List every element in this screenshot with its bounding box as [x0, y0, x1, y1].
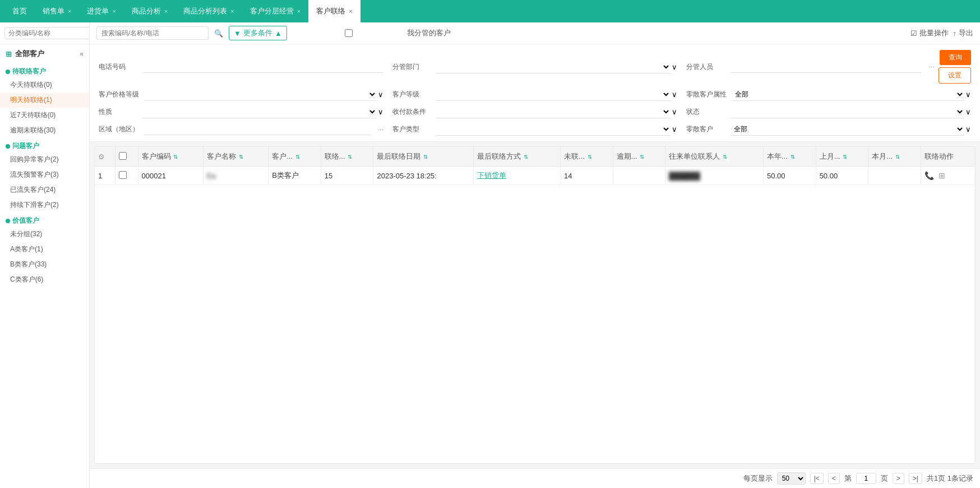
nav-close-icon[interactable]: ×: [164, 8, 168, 15]
filter-retail-customer-row: 零散客户 全部 ∨: [686, 123, 971, 136]
sort-icon: ⇅: [894, 154, 900, 160]
table-col-last_month[interactable]: 上月... ⇅: [816, 147, 868, 167]
sidebar-item[interactable]: 未分组(32): [0, 227, 89, 242]
table-col-type[interactable]: 客户... ⇅: [269, 147, 321, 167]
table-cell-checkbox[interactable]: [115, 167, 138, 185]
select-all-checkbox[interactable]: [119, 152, 127, 160]
nav-close-icon[interactable]: ×: [349, 8, 352, 15]
sidebar-item[interactable]: B类客户(33): [0, 257, 89, 272]
sidebar-search-input[interactable]: [4, 27, 90, 39]
filter-nature-dropdown[interactable]: [142, 105, 377, 118]
my-customers-check[interactable]: [293, 29, 405, 37]
sidebar-item[interactable]: 近7天待联络(0): [0, 108, 89, 123]
export-btn[interactable]: ↑ 导出: [953, 28, 974, 38]
filter-retail-customer-dropdown[interactable]: 全部: [730, 123, 964, 136]
filter-customer-level-select[interactable]: ∨: [436, 88, 677, 101]
sidebar-item[interactable]: 逾期未联络(30): [0, 123, 89, 138]
table-cell-name[interactable]: Ea: [203, 167, 268, 185]
query-button[interactable]: 查询: [940, 50, 971, 65]
table-col-code[interactable]: 客户编码 ⇅: [138, 147, 203, 167]
table-col-overdue[interactable]: 逾期... ⇅: [613, 147, 665, 167]
filter-region-input[interactable]: [144, 123, 371, 135]
settings-button[interactable]: 设置: [939, 67, 971, 84]
filter-dept-select[interactable]: ∨: [436, 61, 677, 73]
table-col-last_contact_type[interactable]: 最后联络方式 ⇅: [473, 147, 560, 167]
table-col-this_year[interactable]: 本年... ⇅: [763, 147, 816, 167]
search-icon[interactable]: 🔍: [214, 29, 223, 38]
filter-retail-attr-dropdown[interactable]: 全部: [731, 88, 964, 101]
filter-price-level-select[interactable]: ∨: [144, 88, 383, 101]
filter-price-level-dropdown[interactable]: [144, 88, 377, 101]
nav-close-icon[interactable]: ×: [68, 8, 71, 15]
sidebar-item[interactable]: 今天待联络(0): [0, 77, 89, 93]
filter-manager-label: 分管人员: [686, 62, 725, 72]
filter-retail-customer-select[interactable]: 全部 ∨: [730, 123, 971, 136]
nav-item-客户分层经营[interactable]: 客户分层经营×: [242, 0, 308, 22]
table-col-name[interactable]: 客户名称 ⇅: [203, 147, 268, 167]
page-input[interactable]: [856, 473, 876, 484]
filter-payment-select[interactable]: ∨: [436, 105, 677, 118]
next-page-btn[interactable]: >: [893, 473, 904, 484]
table-col-last_contact_date[interactable]: 最后联络日期 ⇅: [373, 147, 473, 167]
table-col-no_contact[interactable]: 未联... ⇅: [561, 147, 613, 167]
sidebar-item[interactable]: 明天待联络(1): [0, 93, 89, 108]
chevron-down-icon-7: ∨: [965, 108, 971, 116]
last-page-btn[interactable]: >|: [909, 473, 922, 484]
my-customers-checkbox[interactable]: 我分管的客户: [293, 28, 451, 38]
nav-item-进货单[interactable]: 进货单×: [79, 0, 123, 22]
filter-manager-dots[interactable]: ···: [928, 63, 934, 71]
filter-payment-dropdown[interactable]: [436, 105, 671, 118]
filter-customer-type-dropdown[interactable]: [436, 123, 671, 136]
filter-nature-select[interactable]: ∨: [142, 105, 383, 118]
sidebar-item[interactable]: 流失预警客户(3): [0, 167, 89, 182]
settings-icon[interactable]: ⚙: [98, 153, 105, 161]
sidebar-item[interactable]: 回购异常客户(2): [0, 152, 89, 167]
prev-page-btn[interactable]: <: [828, 473, 840, 484]
filter-customer-type-select[interactable]: ∨: [436, 123, 677, 136]
advanced-filter-panel: 电话号码 分管部门 ∨ 分管人员 ··· 查询 设置: [90, 44, 980, 142]
phone-icon[interactable]: 📞: [924, 171, 934, 180]
filter-price-level-label: 客户价格等级: [99, 90, 139, 99]
batch-op-btn[interactable]: ☑ 批量操作: [910, 28, 949, 38]
table-cell-last_contact_type[interactable]: 下销货单: [473, 167, 560, 185]
table-col-contact[interactable]: 联络... ⇅: [321, 147, 373, 167]
sidebar-item[interactable]: 已流失客户(24): [0, 182, 89, 197]
nav-close-icon[interactable]: ×: [230, 8, 234, 15]
table-cell-code[interactable]: 000021: [138, 167, 203, 185]
filter-phone-input[interactable]: [142, 61, 383, 73]
filter-customer-level-dropdown[interactable]: [436, 88, 671, 101]
filter-retail-attr-row: 零散客户属性 全部 ∨: [686, 88, 971, 101]
sort-icon: ⇅: [422, 154, 428, 160]
nav-item-销售单[interactable]: 销售单×: [35, 0, 79, 22]
filter-region-dots[interactable]: ···: [378, 126, 383, 133]
filter-price-level-row: 客户价格等级 ∨: [99, 88, 383, 101]
table-col-action: 联络动作: [921, 147, 975, 167]
sidebar-item[interactable]: A类客户(1): [0, 242, 89, 257]
filter-manager-input[interactable]: [730, 61, 922, 73]
nav-item-商品分析列表[interactable]: 商品分析列表×: [175, 0, 242, 22]
contact-link[interactable]: 下销货单: [477, 171, 506, 179]
filter-status-dropdown[interactable]: [730, 105, 964, 118]
nav-close-icon[interactable]: ×: [112, 8, 115, 15]
more-conditions-btn[interactable]: ▼ 更多条件 ▲: [229, 26, 287, 40]
table-cell-this_year: 50.00: [763, 167, 816, 185]
row-checkbox[interactable]: [119, 171, 127, 179]
filter-status-select[interactable]: ∨: [730, 105, 971, 118]
search-input[interactable]: [96, 26, 209, 40]
nav-item-客户联络[interactable]: 客户联络×: [308, 0, 360, 22]
table-cell-action[interactable]: 📞 ⊞: [921, 167, 975, 185]
nav-item-首页[interactable]: 首页: [4, 0, 35, 22]
grid-action-icon[interactable]: ⊞: [939, 171, 945, 180]
sidebar-item[interactable]: 持续下滑客户(2): [0, 197, 89, 213]
per-page-select[interactable]: 102050100: [777, 472, 806, 485]
collapse-icon[interactable]: «: [80, 50, 84, 58]
first-page-btn[interactable]: |<: [810, 473, 824, 484]
filter-dept-dropdown[interactable]: [436, 61, 671, 73]
all-customers-item[interactable]: ⊞ 全部客户 «: [0, 44, 89, 63]
sidebar-item[interactable]: C类客户(6): [0, 272, 89, 287]
table-col-this_month[interactable]: 本月... ⇅: [868, 147, 921, 167]
nav-close-icon[interactable]: ×: [297, 8, 301, 15]
nav-item-商品分析[interactable]: 商品分析×: [124, 0, 175, 22]
table-col-unit_contacts[interactable]: 往来单位联系人 ⇅: [665, 147, 764, 167]
filter-retail-attr-select[interactable]: 全部 ∨: [731, 88, 971, 101]
